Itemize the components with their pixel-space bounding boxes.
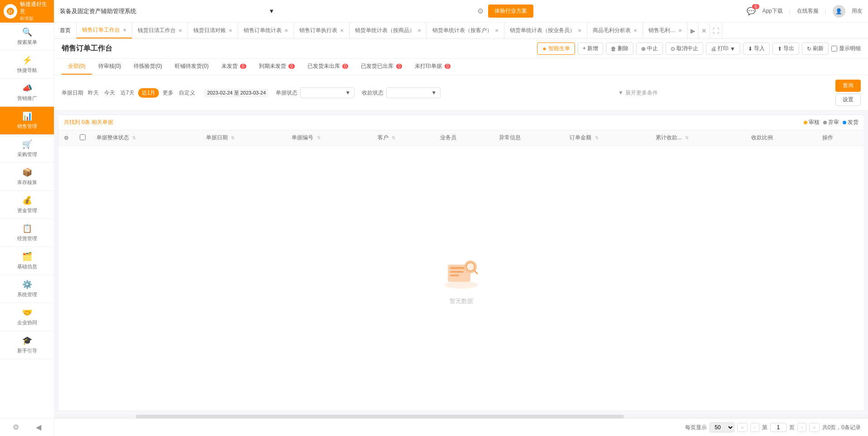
pg-first-btn[interactable]: « xyxy=(737,423,748,432)
sidebar-item-operation[interactable]: 📋 经营管理 xyxy=(0,219,54,247)
ftab-not-shipped[interactable]: 未发货 0 xyxy=(215,59,253,75)
expand-btn[interactable]: ▼ 展开更多条件 xyxy=(618,89,658,97)
tab-close-icon[interactable]: ✕ xyxy=(417,28,421,33)
sidebar-item-sales[interactable]: 📊 销售管理 xyxy=(0,107,54,135)
tab-close-icon[interactable]: ✕ xyxy=(633,28,637,33)
ftab-pending[interactable]: 待审核(0) xyxy=(92,59,128,75)
tab-close-icon[interactable]: ✕ xyxy=(678,28,682,33)
select-all-checkbox[interactable] xyxy=(80,134,86,140)
tab-sales-stat-staff[interactable]: 销货单统计表（按业务员） ✕ xyxy=(504,23,587,38)
sidebar-item-guide[interactable]: 🎓 新手引导 xyxy=(0,331,54,359)
date-display-field: 2023-02-24 至 2023-03-24 xyxy=(204,89,269,97)
sidebar-item-purchase[interactable]: 🛒 采购管理 xyxy=(0,135,54,163)
add-btn[interactable]: + 新增 xyxy=(578,43,603,55)
sidebar-item-corp[interactable]: 🤝 企业协同 xyxy=(0,303,54,331)
tab-close-icon[interactable]: ✕ xyxy=(123,28,126,33)
tab-cash-reconcile[interactable]: 钱货日清对账 ✕ xyxy=(188,23,238,38)
tab-sales-stat-cust[interactable]: 销货单统计表（按客户） ✕ xyxy=(427,23,504,38)
pg-page-input[interactable] xyxy=(770,423,786,432)
op-ship[interactable]: 发货 xyxy=(843,118,858,126)
refresh-btn[interactable]: ↻ 刷新 xyxy=(802,43,829,55)
date-today[interactable]: 今天 xyxy=(102,88,117,98)
cancel-stop-btn[interactable]: ⊙ 取消中止 xyxy=(666,43,703,55)
smart-create-btn[interactable]: ★ 智能生单 xyxy=(537,43,575,55)
date-1month[interactable]: 近1月 xyxy=(138,88,159,98)
settings-icon[interactable]: ⚙ xyxy=(13,423,19,431)
tab-cash-daily[interactable]: 钱货日清工作台 ✕ xyxy=(132,23,188,38)
topbar-setting-icon[interactable]: ⚙ xyxy=(477,7,484,15)
user-name[interactable]: 用友 xyxy=(852,7,863,15)
tab-label: 销货单统计表（按业务员） xyxy=(510,27,575,34)
tab-sales-workbench[interactable]: 销售订单工作台 ✕ xyxy=(77,23,132,38)
col-ratio: 收款比例 xyxy=(746,130,816,146)
sidebar-item-search[interactable]: 🔍 搜索菜单 xyxy=(0,23,54,51)
tab-close-icon[interactable]: ✕ xyxy=(178,28,182,33)
tab-home[interactable]: 首页 xyxy=(54,23,77,38)
tab-sales-exec[interactable]: 销售订单执行表 ✕ xyxy=(294,23,350,38)
status-select[interactable]: ▼ xyxy=(300,87,355,98)
payment-select[interactable]: ▼ xyxy=(386,87,441,98)
date-custom[interactable]: 自定义 xyxy=(177,88,197,98)
sidebar-item-finance[interactable]: 💰 资金管理 xyxy=(0,191,54,219)
tab-close-icon[interactable]: ✕ xyxy=(578,28,581,33)
print-btn[interactable]: 🖨 打印 ▼ xyxy=(706,43,740,55)
sidebar-item-quick[interactable]: ⚡ 快捷导航 xyxy=(0,51,54,79)
message-btn[interactable]: 💬 6 xyxy=(747,7,756,15)
op-approve[interactable]: 审核 xyxy=(804,118,820,126)
tab-label: 销货单统计表（按商品） xyxy=(355,27,415,34)
pg-last-btn[interactable]: » xyxy=(809,423,820,432)
tab-gross-profit[interactable]: 商品毛利分析表 ✕ xyxy=(587,23,643,38)
per-page-select[interactable]: 50 100 200 xyxy=(710,422,734,432)
ftab-wangpu[interactable]: 旺铺待发货(0) xyxy=(168,59,215,75)
dropdown-arrow[interactable]: ▼ xyxy=(269,8,473,14)
topbar: 装备及固定资产辅助管理系统 ▼ ⚙ 体验行业方案 💬 6 App下载 | 在线客… xyxy=(54,0,868,23)
tab-sales-more[interactable]: 销售毛利… ✕ xyxy=(643,23,688,38)
sidebar-item-base[interactable]: 🗂️ 基础信息 xyxy=(0,247,54,275)
online-service-btn[interactable]: 在线客服 xyxy=(797,7,819,15)
sidebar-item-promo[interactable]: 📣 营销推广 xyxy=(0,79,54,107)
op-reject[interactable]: 弃审 xyxy=(823,118,839,126)
sort-icon: ⇅ xyxy=(231,135,235,140)
query-btn[interactable]: 查询 xyxy=(835,80,861,92)
sidebar-item-system[interactable]: ⚙️ 系统管理 xyxy=(0,275,54,303)
pg-next-btn[interactable]: › xyxy=(797,423,806,432)
tab-sales-stat-prod[interactable]: 销货单统计表（按商品） ✕ xyxy=(350,23,427,38)
expand-icon: ▼ xyxy=(618,90,623,96)
show-detail-input[interactable] xyxy=(831,46,837,52)
tab-nav-fullscreen[interactable]: ⛶ xyxy=(710,23,722,38)
date-7days[interactable]: 近7天 xyxy=(119,88,136,98)
payment-field: 收款状态 ▼ xyxy=(362,87,441,98)
tab-sales-stat[interactable]: 销售订单统计表 ✕ xyxy=(238,23,294,38)
show-detail-checkbox[interactable]: 显示明细 xyxy=(831,45,861,52)
tab-close-icon[interactable]: ✕ xyxy=(340,28,344,33)
ftab-not-printed[interactable]: 未打印单据 0 xyxy=(408,59,457,75)
tab-close-icon[interactable]: ✕ xyxy=(284,28,288,33)
ftab-shipped-not-out[interactable]: 已发货未出库 0 xyxy=(301,59,355,75)
pg-prev-btn[interactable]: ‹ xyxy=(750,423,759,432)
tab-nav-more[interactable]: ▶ xyxy=(688,23,699,38)
collapse-icon[interactable]: ◀ xyxy=(36,423,41,431)
scrollbar-thumb[interactable] xyxy=(136,415,624,418)
tab-nav-close-all[interactable]: ✕ xyxy=(699,23,710,38)
date-yesterday[interactable]: 昨天 xyxy=(86,88,101,98)
import-btn[interactable]: ⬇ 导入 xyxy=(743,43,770,55)
app-download-btn[interactable]: App下载 xyxy=(762,7,782,15)
sidebar-item-label: 基础信息 xyxy=(17,263,37,270)
cancel-stop-icon: ⊙ xyxy=(671,46,675,52)
date-more[interactable]: 更多 xyxy=(161,88,175,98)
user-avatar: 👤 xyxy=(833,5,845,18)
ftab-shipped-out[interactable]: 已发货已出库 0 xyxy=(355,59,408,75)
col-settings-icon[interactable]: ⚙ xyxy=(64,135,69,141)
set-btn[interactable]: 设置 xyxy=(835,94,861,106)
tab-close-icon[interactable]: ✕ xyxy=(495,28,499,33)
scrollbar-area[interactable] xyxy=(54,415,868,418)
sidebar-item-inventory[interactable]: 📦 库存核算 xyxy=(0,163,54,191)
export-btn[interactable]: ⬆ 导出 xyxy=(772,43,799,55)
industry-btn[interactable]: 体验行业方案 xyxy=(488,5,533,18)
delete-btn[interactable]: 🗑 删除 xyxy=(606,43,633,55)
stop-btn[interactable]: ⊗ 中止 xyxy=(636,43,663,55)
ftab-overdue[interactable]: 到期未发货 0 xyxy=(253,59,301,75)
tab-close-icon[interactable]: ✕ xyxy=(229,28,232,33)
ftab-all[interactable]: 全部(0) xyxy=(62,59,92,75)
ftab-pending-inspect[interactable]: 待拣验货(0) xyxy=(127,59,168,75)
